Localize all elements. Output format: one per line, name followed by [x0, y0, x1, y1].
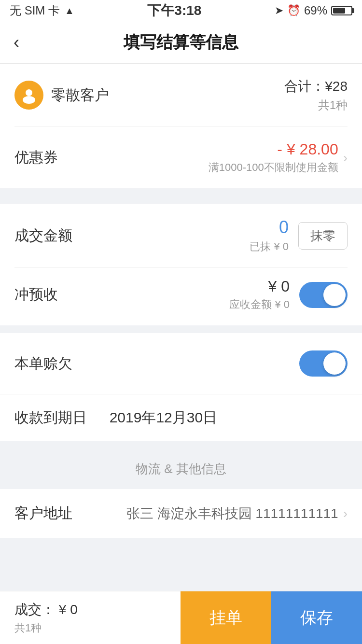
alarm-icon: ⏰: [287, 4, 300, 17]
debt-section: 本单赊欠: [0, 333, 362, 394]
address-section: 客户地址 张三 海淀永丰科技园 11111111111 ›: [0, 489, 362, 538]
bottom-bar: 成交： ¥ 0 共1种 挂单 保存: [0, 591, 362, 644]
amount-section: 成交金额 0 已抹 ¥ 0 抹零 冲预收 ¥ 0 应收金额 ¥ 0: [0, 204, 362, 325]
prepay-sub: 应收金额 ¥ 0: [229, 297, 290, 312]
wifi-icon: ▲: [65, 5, 74, 16]
address-value: 张三 海淀永丰科技园 11111111111: [82, 504, 338, 523]
due-date-label: 收款到期日: [14, 409, 87, 425]
status-left: 无 SIM 卡 ▲: [10, 3, 74, 18]
location-icon: ➤: [275, 4, 283, 17]
address-row[interactable]: 客户地址 张三 海淀永丰科技园 11111111111 ›: [0, 489, 362, 538]
due-date-text: 收款到期日 2019年12月30日: [14, 409, 217, 425]
status-bar: 无 SIM 卡 ▲ 下午3:18 ➤ ⏰ 69%: [0, 0, 362, 21]
amount-row: 成交金额 0 已抹 ¥ 0 抹零: [14, 204, 348, 267]
debt-label: 本单赊欠: [14, 354, 72, 374]
logistics-header: 物流 & 其他信息: [0, 449, 362, 489]
amount-right: 0 已抹 ¥ 0 抹零: [250, 217, 348, 254]
coupon-right: - ¥ 28.00 满1000-100不限制使用金额 ›: [209, 140, 348, 175]
coupon-row[interactable]: 优惠券 - ¥ 28.00 满1000-100不限制使用金额 ›: [0, 127, 362, 188]
debt-toggle[interactable]: [299, 350, 348, 377]
section-divider-1: [0, 196, 362, 204]
address-label: 客户地址: [14, 504, 72, 523]
coupon-desc: 满1000-100不限制使用金额: [209, 160, 338, 175]
bottom-summary-label: 成交： ¥ 0: [14, 601, 166, 619]
back-button[interactable]: ‹: [14, 32, 19, 53]
amount-label: 成交金额: [14, 226, 72, 246]
carrier-label: 无 SIM 卡: [10, 3, 60, 18]
logistics-title: 物流 & 其他信息: [136, 461, 226, 477]
nav-bar: ‹ 填写结算等信息: [0, 21, 362, 64]
prepay-label: 冲预收: [14, 285, 58, 305]
status-time: 下午3:18: [147, 1, 201, 20]
avatar: [14, 81, 43, 110]
battery-percent: 69%: [304, 4, 327, 17]
due-date-row: 收款到期日 2019年12月30日: [0, 394, 362, 441]
due-date-value: 2019年12月30日: [110, 409, 217, 425]
customer-row: 零散客户 合计：¥28 共1种: [0, 64, 362, 126]
coupon-discount: - ¥ 28.00: [209, 140, 338, 158]
coupon-label: 优惠券: [14, 148, 58, 168]
prepay-toggle-knob: [323, 284, 346, 306]
status-right: ➤ ⏰ 69%: [275, 4, 352, 17]
prepay-value: ¥ 0: [229, 278, 290, 295]
customer-name: 零散客户: [51, 85, 109, 105]
bottom-summary: 成交： ¥ 0 共1种: [0, 601, 181, 635]
total-count: 共1种: [284, 98, 348, 113]
save-button[interactable]: 保存: [271, 591, 362, 644]
amount-value-block: 0 已抹 ¥ 0: [250, 217, 289, 254]
customer-card: 零散客户 合计：¥28 共1种 优惠券 - ¥ 28.00 满1000-100不…: [0, 64, 362, 188]
total-label: 合计：¥28: [284, 77, 348, 96]
due-date-spacer: [91, 409, 105, 425]
prepay-value-block: ¥ 0 应收金额 ¥ 0: [229, 278, 290, 312]
bottom-summary-count: 共1种: [14, 621, 166, 635]
amount-sub: 已抹 ¥ 0: [250, 239, 289, 254]
battery-icon: [331, 6, 352, 15]
section-divider-2: [0, 325, 362, 333]
debt-toggle-knob: [323, 352, 346, 375]
prepay-row: 冲预收 ¥ 0 应收金额 ¥ 0: [14, 267, 348, 325]
coupon-value-block: - ¥ 28.00 满1000-100不限制使用金额: [209, 140, 338, 175]
prepay-right: ¥ 0 应收金额 ¥ 0: [229, 278, 348, 312]
page-title: 填写结算等信息: [124, 31, 238, 54]
customer-right: 合计：¥28 共1种: [284, 77, 348, 113]
round-off-button[interactable]: 抹零: [298, 222, 348, 250]
hold-button[interactable]: 挂单: [181, 591, 271, 644]
main-content: 零散客户 合计：¥28 共1种 优惠券 - ¥ 28.00 满1000-100不…: [0, 64, 362, 596]
coupon-chevron-icon: ›: [343, 150, 348, 166]
logistics-section: 物流 & 其他信息: [0, 449, 362, 489]
debt-row: 本单赊欠: [14, 333, 348, 394]
svg-point-0: [26, 89, 32, 96]
customer-left: 零散客户: [14, 81, 109, 110]
prepay-toggle[interactable]: [299, 282, 348, 308]
address-chevron-icon: ›: [343, 506, 348, 521]
svg-point-1: [23, 96, 35, 104]
amount-value: 0: [250, 217, 289, 238]
